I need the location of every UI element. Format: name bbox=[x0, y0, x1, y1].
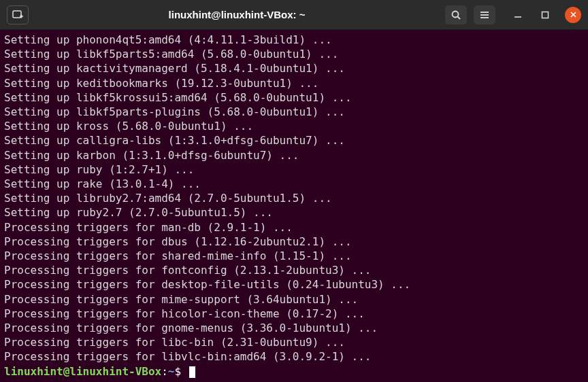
output-line: Setting up libkf5parts-plugins (5.68.0-0… bbox=[4, 105, 584, 119]
window-controls bbox=[510, 7, 581, 23]
search-icon bbox=[451, 10, 461, 20]
output-line: Setting up ruby (1:2.7+1) ... bbox=[4, 162, 584, 177]
new-tab-icon bbox=[12, 9, 24, 21]
minimize-button[interactable] bbox=[510, 7, 525, 22]
output-line: Processing triggers for mime-support (3.… bbox=[4, 292, 584, 307]
cursor bbox=[189, 366, 195, 378]
titlebar-left bbox=[7, 5, 29, 24]
prompt-dollar: $ bbox=[174, 365, 181, 378]
prompt-colon: : bbox=[161, 365, 168, 378]
output-line: Processing triggers for hicolor-icon-the… bbox=[4, 307, 584, 321]
window-title: linuxhint@linuxhint-VBox: ~ bbox=[33, 9, 441, 20]
output-line: Processing triggers for fontconfig (2.13… bbox=[4, 263, 584, 277]
output-line: Setting up libruby2.7:amd64 (2.7.0-5ubun… bbox=[4, 191, 584, 205]
minimize-icon bbox=[514, 11, 522, 19]
maximize-icon bbox=[541, 11, 549, 19]
prompt-user-host: linuxhint@linuxhint-VBox bbox=[4, 365, 161, 378]
svg-rect-9 bbox=[542, 12, 549, 18]
menu-button[interactable] bbox=[474, 5, 495, 24]
svg-line-4 bbox=[458, 16, 461, 19]
new-tab-button[interactable] bbox=[7, 5, 29, 24]
output-line: Setting up calligra-libs (1:3.1.0+dfsg-6… bbox=[4, 133, 584, 147]
output-line: Processing triggers for dbus (1.12.16-2u… bbox=[4, 235, 584, 249]
titlebar: linuxhint@linuxhint-VBox: ~ bbox=[0, 0, 588, 30]
output-line: Setting up ruby2.7 (2.7.0-5ubuntu1.5) ..… bbox=[4, 205, 584, 220]
output-line: Processing triggers for libvlc-bin:amd64… bbox=[4, 349, 584, 364]
search-button[interactable] bbox=[445, 5, 467, 24]
svg-point-3 bbox=[453, 11, 459, 17]
output-line: Setting up libkf5parts5:amd64 (5.68.0-0u… bbox=[4, 47, 584, 61]
titlebar-right bbox=[445, 5, 581, 24]
output-line: Setting up keditbookmarks (19.12.3-0ubun… bbox=[4, 76, 584, 90]
output-line: Setting up phonon4qt5:amd64 (4:4.11.1-3b… bbox=[4, 33, 584, 47]
output-line: Setting up karbon (1:3.1.0+dfsg-6ubuntu7… bbox=[4, 148, 584, 162]
output-line: Processing triggers for gnome-menus (3.3… bbox=[4, 321, 584, 335]
output-line: Processing triggers for shared-mime-info… bbox=[4, 249, 584, 263]
output-line: Setting up kactivitymanagerd (5.18.4.1-0… bbox=[4, 61, 584, 75]
output-line: Processing triggers for libc-bin (2.31-0… bbox=[4, 335, 584, 349]
close-button[interactable] bbox=[565, 7, 581, 23]
close-icon bbox=[570, 11, 577, 18]
output-line: Setting up rake (13.0.1-4) ... bbox=[4, 177, 584, 191]
terminal-body[interactable]: Setting up phonon4qt5:amd64 (4:4.11.1-3b… bbox=[0, 30, 588, 382]
prompt-line: linuxhint@linuxhint-VBox:~$ bbox=[4, 364, 584, 379]
maximize-button[interactable] bbox=[538, 7, 553, 22]
output-line: Processing triggers for man-db (2.9.1-1)… bbox=[4, 220, 584, 235]
output-line: Setting up kross (5.68.0-0ubuntu1) ... bbox=[4, 119, 584, 133]
output-line: Setting up libkf5krossui5:amd64 (5.68.0-… bbox=[4, 90, 584, 105]
terminal-window: linuxhint@linuxhint-VBox: ~ bbox=[0, 0, 588, 382]
output-line: Processing triggers for desktop-file-uti… bbox=[4, 277, 584, 292]
hamburger-icon bbox=[479, 10, 490, 20]
